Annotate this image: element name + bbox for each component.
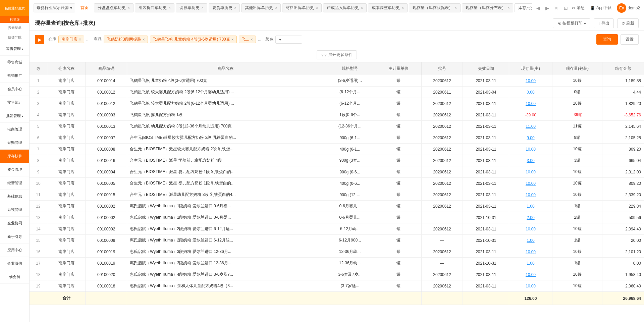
sidebar-item-guide[interactable]: 新手引导 [0,230,29,244]
sidebar-item-retail-mgmt[interactable]: 零售管理 ▾ [0,42,29,56]
sidebar-item-marketing[interactable]: 营销推广 [0,69,29,83]
cell-2-8[interactable]: 10.00 [509,98,552,109]
warehouse-tag[interactable]: 南岸门店 × [58,36,84,43]
cell-4-8[interactable]: 11.00 [509,121,552,132]
cell-10-8[interactable]: 10.00 [509,189,552,201]
cell-1-8[interactable]: 0.00 [509,87,552,98]
cell-11-8[interactable]: 1.00 [509,201,552,212]
sidebar-item-member[interactable]: 会员中心 [0,83,29,96]
sidebar-quicknav[interactable]: 快捷导航 [0,33,29,42]
tab-close-btn[interactable]: ✕ [553,5,560,11]
cell-15-8[interactable]: 10.00 [509,246,552,258]
sidebar-item-retail-shop[interactable]: 零售商城 [0,56,29,69]
product-tag1[interactable]: 飞鹤奶粉3段两提装 × [104,36,148,43]
message-btn[interactable]: ✉ 消息 [572,5,585,11]
sidebar-item-finance[interactable]: 资金管理 [0,163,29,176]
sidebar-item-vip[interactable]: 畅会员 [0,270,29,284]
tab-close-icon[interactable]: × [169,6,171,10]
tab-10[interactable]: 库存批次账× [515,3,532,12]
tab-9[interactable]: 现存量（库存分布表）× [462,3,514,12]
account-dropdown[interactable]: 母婴行业演示账套 ▾ [34,3,75,12]
sidebar-item-ecommerce[interactable]: 电商管理 [0,123,29,136]
sidebar-item-wholesale[interactable]: 批发管理 ▾ [0,109,29,123]
product-more[interactable]: ... [258,37,261,42]
expand-more-btn[interactable]: ∨∨ 展开更多条件 [317,50,357,59]
cell-8-8[interactable]: 10.00 [509,166,552,178]
tab-close-icon[interactable]: × [361,6,363,10]
tab-8[interactable]: 现存量（库存状况表）× [409,3,461,12]
cell-7-8[interactable]: 3.00 [509,155,552,166]
cell-5-8[interactable]: 9.00 [509,132,552,144]
tab-6[interactable]: 产成品入库单历史× [323,3,367,12]
product-tag3[interactable]: 飞... × [239,36,256,43]
tab-close-icon[interactable]: × [234,6,236,10]
export-btn[interactable]: ↑ 导出 [594,18,614,28]
cell-15-5: 罐 [376,246,421,258]
sidebar-item-ops[interactable]: 经营管理 [0,176,29,190]
cell-0-8[interactable]: 10.00 [509,75,552,87]
tab-close-icon[interactable]: × [455,6,457,10]
cell-14-4: 6-12月900... [324,235,376,246]
sidebar-item-purchase[interactable]: 采购管理 [0,136,29,150]
sidebar-item-corpwx[interactable]: 企业微信 [0,257,29,270]
cell-18-8[interactable]: 10.00 [509,280,552,292]
tab-menu-btn[interactable]: ⊡ [562,5,569,11]
cell-3-2: 00100003 [86,109,127,121]
cell-16-4: 12-36月幼... [324,258,376,269]
tab-7[interactable]: 成本调整单历史× [368,3,408,12]
sidebar-item-system[interactable]: 系统管理 [0,203,29,217]
sidebar-item-basic[interactable]: 基础信息 [0,190,29,203]
product-tag2-close[interactable]: × [231,37,234,42]
cell-6-8[interactable]: 10.00 [509,144,552,155]
tab-4[interactable]: 其他出库单历史× [241,3,281,12]
tab-close-icon[interactable]: × [402,6,404,10]
cell-17-8[interactable]: 10.00 [509,269,552,280]
cell-14-0: 15 [30,235,47,246]
product-tag3-close[interactable]: × [251,37,253,42]
sidebar-item-retail-stats[interactable]: 零售统计 [0,96,29,109]
cell-13-8[interactable]: 10.00 [509,223,552,235]
tab-5[interactable]: 材料出库单历史× [282,3,322,12]
tab-label: 组装拆卸单历史 [139,5,167,11]
sidebar-search[interactable]: 搜索菜单 [0,23,29,33]
tab-close-icon[interactable]: × [316,6,318,10]
filter-expand-btn[interactable]: ▶ [35,35,44,44]
tab-3[interactable]: 要货单历史× [209,3,240,12]
query-btn[interactable]: 查询 [596,34,618,45]
cell-12-8[interactable]: 2.00 [509,212,552,223]
gear-icon[interactable]: ⚙ [36,66,41,71]
cell-17-4: 3-6岁及7岁... [324,269,376,280]
tab-label: 成本调整单历史 [372,5,400,11]
sidebar-item-inventory[interactable]: 库存核算 [0,150,29,163]
tab-next-btn[interactable]: ▶ [544,5,550,11]
tab-prev-btn[interactable]: ◀ [535,5,541,11]
setting-btn[interactable]: 设置 [621,34,639,45]
product-tag2[interactable]: 飞鹤星飞帆 儿童奶粉 4段(3-6岁适用) 700克 × [150,36,237,43]
cell-14-8[interactable]: 1.00 [509,235,552,246]
refresh-icon: ↺ [622,21,625,26]
tab-2[interactable]: 调拨单历史× [176,3,207,12]
home-tab[interactable]: 首页 [78,4,91,12]
cell-9-8[interactable]: 10.00 [509,178,552,189]
product-tag1-close[interactable]: × [143,37,145,42]
tab-1[interactable]: 组装拆卸单历史× [135,3,174,12]
print-btn[interactable]: 🖨 按模板打印 ▾ [553,18,590,28]
app-download-btn[interactable]: 📱 App下载 [590,5,611,11]
sidebar-item-corp[interactable]: 企业协同 [0,217,29,230]
col-header-5: 主计量单位 [376,62,421,75]
cell-16-8[interactable]: 1.00 [509,258,552,269]
tab-0[interactable]: 分盘盘点单历史× [94,3,133,12]
sidebar-item-appcenter[interactable]: 应用中心 [0,244,29,257]
color-select[interactable]: ▾ [275,36,302,44]
user-menu[interactable]: Ea demo2 [617,3,640,13]
tab-close-icon[interactable]: × [275,6,277,10]
cell-3-8[interactable]: -39.00 [509,109,552,121]
tab-close-icon[interactable]: × [128,6,130,10]
tab-close-icon[interactable]: × [202,6,204,10]
warehouse-tag-close[interactable]: × [79,37,81,42]
warehouse-more[interactable]: ... [86,37,90,42]
app-logo-sub: 标签版 [0,16,29,23]
tab-close-icon[interactable]: × [508,6,510,10]
cell-6-1: 南岸门店 [47,144,86,155]
refresh-btn[interactable]: ↺ 刷新 [617,18,639,28]
